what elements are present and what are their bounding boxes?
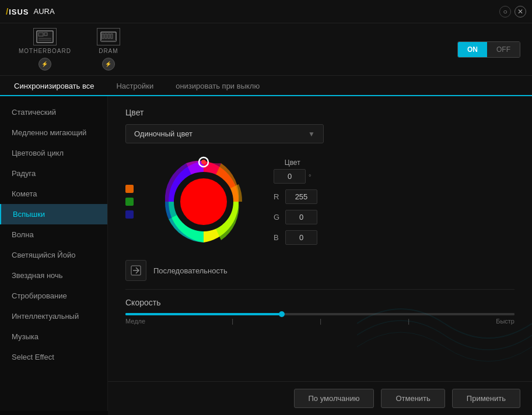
speed-min-label: Медле <box>125 318 145 325</box>
speed-slider[interactable] <box>125 313 514 315</box>
dram-badge: ⚡ <box>102 58 115 71</box>
swatch-blue[interactable] <box>125 210 134 219</box>
sidebar-item-wave[interactable]: Волна <box>0 224 107 245</box>
speed-tick-1: | <box>232 318 233 325</box>
svg-rect-9 <box>111 34 113 38</box>
svg-point-15 <box>201 160 206 164</box>
sidebar-item-comet[interactable]: Комета <box>0 184 107 204</box>
g-label: G <box>274 213 281 221</box>
tab-settings[interactable]: Настройки <box>114 76 156 96</box>
color-wheel[interactable] <box>157 155 250 248</box>
motherboard-device[interactable]: MOTHERBOARD ⚡ <box>12 23 78 75</box>
color-section-label: Цвет <box>125 108 514 117</box>
sidebar-item-glowing-yoyo[interactable]: Светящийся Йойо <box>0 245 107 265</box>
b-input-row: B <box>274 230 317 245</box>
speed-section-label: Скорость <box>125 298 514 307</box>
title-bar: /ISUS AURA ○ ✕ <box>0 0 532 23</box>
svg-rect-2 <box>44 33 47 36</box>
motherboard-badge: ⚡ <box>38 58 51 71</box>
apply-button[interactable]: Применить <box>452 389 520 408</box>
sidebar-item-flash[interactable]: Вспышки <box>0 204 107 224</box>
g-input[interactable] <box>285 210 317 224</box>
app-logo-area: /ISUS AURA <box>6 6 55 16</box>
dram-device[interactable]: DRAM ⚡ <box>90 23 127 75</box>
r-label: R <box>274 192 281 201</box>
sidebar-item-intellect[interactable]: Интеллектуальный <box>0 306 107 326</box>
degree-symbol: ° <box>309 173 311 180</box>
speed-tick-3: | <box>408 318 410 325</box>
asus-logo: /ISUS <box>6 6 29 16</box>
tab-sync-off[interactable]: онизировать при выклю <box>173 76 262 96</box>
svg-rect-1 <box>38 33 43 36</box>
g-input-row: G <box>274 210 317 224</box>
sequence-label: Последовательность <box>153 266 228 275</box>
tab-bar: Синхронизировать все Настройки онизирова… <box>0 76 532 96</box>
sidebar-item-starry-night[interactable]: Звездная ночь <box>0 265 107 286</box>
speed-tick-2: | <box>320 318 321 325</box>
chevron-down-icon: ▼ <box>308 130 315 138</box>
color-dropdown-value: Одиночный цвет <box>134 129 308 138</box>
toggle-off[interactable]: OFF <box>487 42 520 57</box>
sidebar-item-music[interactable]: Музыка <box>0 326 107 347</box>
b-label: B <box>274 233 281 242</box>
tab-sync-all[interactable]: Синхронизировать все <box>12 76 96 96</box>
motherboard-label: MOTHERBOARD <box>19 48 71 54</box>
color-value-label: Цвет <box>285 159 300 167</box>
cancel-button[interactable]: Отменить <box>381 389 444 408</box>
sidebar-item-strobe[interactable]: Стробирование <box>0 286 107 306</box>
toggle-on[interactable]: ON <box>458 42 487 57</box>
default-button[interactable]: По умолчанию <box>294 389 374 408</box>
sequence-row: Последовательность <box>125 260 514 290</box>
dram-icon <box>97 28 120 45</box>
svg-rect-6 <box>102 34 104 38</box>
svg-rect-10 <box>101 40 116 41</box>
svg-rect-7 <box>105 34 107 38</box>
r-input[interactable] <box>285 189 317 204</box>
device-bar: MOTHERBOARD ⚡ DRAM ⚡ ON OFF <box>0 23 532 76</box>
close-button[interactable]: ✕ <box>514 6 526 17</box>
content-area: Цвет Одиночный цвет ▼ <box>108 96 532 411</box>
speed-labels: Медле | | | Быстр <box>125 318 514 325</box>
speed-slider-container <box>125 313 514 315</box>
color-degree-input[interactable] <box>274 169 306 184</box>
swatch-green[interactable] <box>125 198 134 206</box>
app-title: AURA <box>34 7 55 16</box>
color-dropdown[interactable]: Одиночный цвет ▼ <box>125 124 324 143</box>
sidebar: Статический Медленно мигающий Цветовой ц… <box>0 96 108 411</box>
sidebar-item-static[interactable]: Статический <box>0 102 107 122</box>
r-input-row: R <box>274 189 317 204</box>
on-off-toggle[interactable]: ON OFF <box>457 41 520 58</box>
swatch-orange[interactable] <box>125 185 134 193</box>
main-layout: Статический Медленно мигающий Цветовой ц… <box>0 96 532 411</box>
svg-rect-8 <box>108 34 110 38</box>
dram-label: DRAM <box>99 48 118 54</box>
sidebar-item-slow-blink[interactable]: Медленно мигающий <box>0 122 107 143</box>
motherboard-icon <box>33 28 57 45</box>
bottom-bar: По умолчанию Отменить Применить <box>108 381 532 415</box>
sequence-button[interactable] <box>125 260 146 281</box>
color-value-box: Цвет ° <box>274 159 311 184</box>
window-controls: ○ ✕ <box>499 6 526 17</box>
b-input[interactable] <box>285 230 317 245</box>
speed-max-label: Быстр <box>496 318 514 325</box>
speed-section: Скорость Медле | | | Быстр <box>125 298 514 325</box>
color-swatches <box>125 185 134 219</box>
sidebar-item-select-effect[interactable]: Select Effect <box>0 347 107 367</box>
minimize-button[interactable]: ○ <box>499 6 511 17</box>
sidebar-item-color-cycle[interactable]: Цветовой цикл <box>0 143 107 163</box>
sidebar-item-rainbow[interactable]: Радуга <box>0 163 107 184</box>
svg-point-12 <box>180 178 227 225</box>
color-wheel-area: Цвет ° R G B <box>125 155 514 248</box>
